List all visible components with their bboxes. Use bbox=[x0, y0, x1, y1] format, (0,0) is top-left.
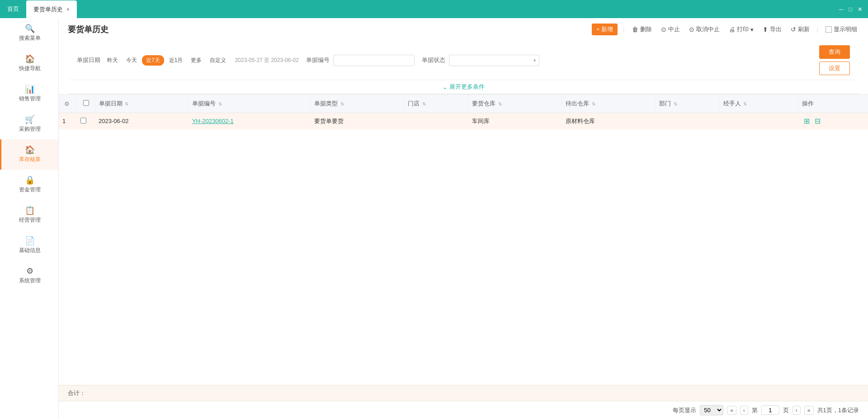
search-menu-icon: 🔍 bbox=[25, 24, 35, 33]
sidebar-item-basics[interactable]: 📄 基础信息 bbox=[0, 230, 58, 261]
home-icon: 🏠 bbox=[25, 55, 35, 63]
purchase-icon: 🛒 bbox=[25, 115, 35, 124]
cancel-suspend-icon: ⊙ bbox=[689, 26, 694, 33]
sort-icon-pending-warehouse[interactable]: ⇅ bbox=[592, 101, 595, 106]
tab-requisition-history[interactable]: 要货单历史 × bbox=[26, 0, 77, 19]
sidebar-item-sales[interactable]: 📊 销售管理 bbox=[0, 79, 58, 109]
date-btn-today[interactable]: 今天 bbox=[123, 55, 140, 66]
table-row[interactable]: 1 2023-06-02 YH-20230602-1 要货单要货 bbox=[59, 113, 868, 129]
first-page-button[interactable]: « bbox=[727, 406, 736, 415]
total-info: 共1页，1条记录 bbox=[817, 406, 859, 414]
data-table: ⚙ 单据日期 ⇅ 单据编号 ⇅ bbox=[59, 95, 868, 129]
refresh-icon: ↺ bbox=[791, 26, 796, 33]
col-doc-date: 单据日期 ⇅ bbox=[95, 95, 189, 113]
display-cells-button[interactable]: 显示明细 bbox=[824, 24, 859, 34]
sidebar: 🔍 搜索菜单 🏠 快捷导航 📊 销售管理 🛒 采购管理 🏠 库存核算 🔒 资金管… bbox=[0, 18, 59, 419]
date-btn-7days[interactable]: 近7天 bbox=[142, 55, 164, 66]
col-doc-type: 单据类型 ⇅ bbox=[311, 95, 404, 113]
col-operation: 操作 bbox=[798, 95, 868, 113]
cell-department bbox=[655, 113, 719, 129]
new-button[interactable]: + 新增 bbox=[592, 24, 618, 35]
query-button[interactable]: 查询 bbox=[819, 45, 850, 59]
page-label-after: 页 bbox=[783, 406, 789, 414]
sidebar-item-purchase[interactable]: 🛒 采购管理 bbox=[0, 109, 58, 139]
sort-icon-store[interactable]: ⇅ bbox=[422, 101, 426, 106]
filter-settings-button[interactable]: 设置 bbox=[819, 62, 850, 75]
sidebar-item-inventory[interactable]: 🏠 库存核算 bbox=[0, 139, 58, 170]
col-checkbox bbox=[77, 95, 95, 113]
window-maximize-btn[interactable]: □ bbox=[849, 6, 852, 13]
print-dropdown-icon: ▾ bbox=[750, 26, 754, 33]
row-edit-icon[interactable]: ⊞ bbox=[804, 117, 810, 125]
column-settings-icon[interactable]: ⚙ bbox=[62, 99, 71, 108]
col-department: 部门 ⇅ bbox=[655, 95, 719, 113]
col-req-warehouse: 要货仓库 ⇅ bbox=[468, 95, 562, 113]
doc-status-filter-group: 单据状态 ▾ bbox=[422, 55, 539, 66]
tab-home[interactable]: 首页 bbox=[0, 0, 26, 18]
last-page-button[interactable]: » bbox=[804, 406, 814, 415]
doc-no-filter-group: 单据编号 bbox=[306, 55, 415, 66]
sidebar-label-system: 系统管理 bbox=[19, 277, 41, 285]
sort-icon-doc-no[interactable]: ⇅ bbox=[218, 101, 222, 106]
cell-doc-no: YH-20230602-1 bbox=[189, 113, 311, 129]
refresh-button[interactable]: ↺ 刷新 bbox=[789, 24, 811, 34]
date-btn-more[interactable]: 更多 bbox=[188, 55, 205, 66]
row-checkbox[interactable] bbox=[80, 118, 86, 124]
cell-store bbox=[404, 113, 468, 129]
sort-icon-department[interactable]: ⇅ bbox=[674, 101, 677, 106]
display-cells-checkbox bbox=[826, 26, 832, 33]
chevron-down-icon: ⌄ bbox=[443, 84, 448, 90]
next-page-button[interactable]: › bbox=[793, 406, 801, 415]
sidebar-label-finance: 资金管理 bbox=[19, 186, 41, 194]
sort-icon-doc-type[interactable]: ⇅ bbox=[340, 101, 344, 106]
sort-icon-doc-date[interactable]: ⇅ bbox=[125, 101, 128, 106]
page-number-input[interactable] bbox=[761, 405, 779, 415]
print-button[interactable]: 🖨 打印 ▾ bbox=[727, 24, 755, 34]
col-handler: 经手人 ⇅ bbox=[719, 95, 798, 113]
sidebar-item-system[interactable]: ⚙ 系统管理 bbox=[0, 261, 58, 291]
row-more-icon[interactable]: ⊟ bbox=[815, 117, 821, 125]
window-close-btn[interactable]: ✕ bbox=[858, 6, 863, 13]
cancel-suspend-button[interactable]: ⊙ 取消中止 bbox=[687, 24, 722, 34]
inventory-icon: 🏠 bbox=[25, 146, 35, 154]
doc-status-select[interactable] bbox=[449, 55, 539, 66]
col-doc-no: 单据编号 ⇅ bbox=[189, 95, 311, 113]
cell-row-num: 1 bbox=[59, 113, 77, 129]
cell-operation: ⊞ ⊟ bbox=[798, 113, 868, 129]
operations-icon: 📋 bbox=[25, 206, 35, 214]
prev-page-button[interactable]: ‹ bbox=[740, 406, 748, 415]
sidebar-label-sales: 销售管理 bbox=[19, 95, 41, 103]
page-size-label: 每页显示 bbox=[673, 406, 696, 414]
doc-no-link[interactable]: YH-20230602-1 bbox=[192, 118, 234, 124]
date-btn-1month[interactable]: 近1月 bbox=[166, 55, 186, 66]
sidebar-label-operations: 经营管理 bbox=[19, 216, 41, 224]
sort-icon-req-warehouse[interactable]: ⇅ bbox=[498, 101, 502, 106]
sort-icon-handler[interactable]: ⇅ bbox=[743, 101, 747, 106]
delete-button[interactable]: 🗑 删除 bbox=[630, 24, 654, 34]
doc-status-label: 单据状态 bbox=[422, 56, 445, 64]
export-button[interactable]: ⬆ 导出 bbox=[761, 24, 783, 34]
sidebar-item-finance[interactable]: 🔒 资金管理 bbox=[0, 170, 58, 200]
date-filter-group: 单据日期 昨天 今天 近7天 近1月 更多 自定义 2023-05-27 至 2… bbox=[77, 55, 299, 66]
page-label-before: 第 bbox=[752, 406, 758, 414]
page-size-select[interactable]: 20 50 100 200 bbox=[700, 405, 723, 415]
sidebar-item-operations[interactable]: 📋 经营管理 bbox=[0, 200, 58, 230]
tab-close-icon[interactable]: × bbox=[66, 6, 70, 13]
table-header-row: ⚙ 单据日期 ⇅ 单据编号 ⇅ bbox=[59, 95, 868, 113]
table-container: ⚙ 单据日期 ⇅ 单据编号 ⇅ bbox=[59, 95, 868, 385]
date-filter-buttons: 昨天 今天 近7天 近1月 更多 自定义 bbox=[104, 55, 229, 66]
sales-icon: 📊 bbox=[25, 85, 35, 93]
col-store: 门店 ⇅ bbox=[404, 95, 468, 113]
top-bar-right: ─ □ ✕ bbox=[839, 6, 868, 13]
window-minimize-btn[interactable]: ─ bbox=[839, 6, 843, 13]
select-all-checkbox[interactable] bbox=[83, 100, 89, 106]
suspend-button[interactable]: ⊙ 中止 bbox=[659, 24, 682, 34]
sidebar-label-basics: 基础信息 bbox=[19, 247, 41, 254]
date-btn-yesterday[interactable]: 昨天 bbox=[104, 55, 121, 66]
expand-more-button[interactable]: ⌄ 展开更多条件 bbox=[443, 83, 485, 91]
pagination-row: 每页显示 20 50 100 200 « ‹ 第 页 › » 共1页，1条记录 bbox=[59, 401, 868, 419]
date-btn-custom[interactable]: 自定义 bbox=[207, 55, 229, 66]
sidebar-item-search[interactable]: 🔍 搜索菜单 bbox=[0, 18, 58, 48]
doc-no-input[interactable] bbox=[333, 55, 415, 66]
sidebar-item-quick-nav[interactable]: 🏠 快捷导航 bbox=[0, 48, 58, 79]
